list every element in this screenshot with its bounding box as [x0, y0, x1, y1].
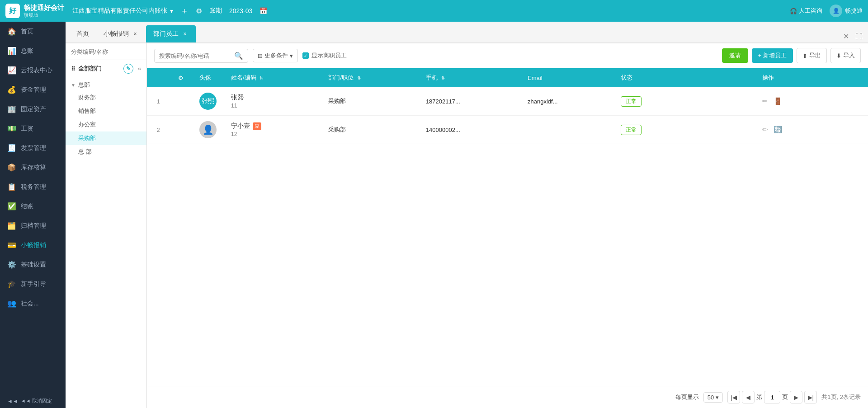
- row-phone-2: 140000002...: [419, 116, 520, 144]
- row-actions-1: ✏ 🚪: [755, 87, 868, 116]
- edit-button-1[interactable]: ✏: [762, 97, 768, 105]
- prev-page-button[interactable]: ◀: [742, 391, 755, 403]
- page-label-ye: 页: [782, 393, 788, 401]
- dept-item-finance[interactable]: 财务部: [66, 91, 146, 104]
- employee-table: ⚙ 头像 姓名/编码 ⇅ 部门/职位 ⇅: [147, 68, 868, 144]
- edit-button-2[interactable]: ✏: [762, 126, 768, 134]
- table-row: 1 张熙 张熙 11 采购部 187202117...: [147, 87, 868, 116]
- header-right: 🎧 人工咨询 👤 畅捷通: [790, 5, 863, 17]
- filter-button[interactable]: ⊟ 更多条件 ▾: [253, 49, 298, 62]
- status-badge-2: 正常: [621, 125, 642, 135]
- export-icon: ⬆: [802, 52, 807, 59]
- sidebar-item-expense[interactable]: 💳 小畅报销: [0, 235, 66, 255]
- sidebar-item-label: 工资: [21, 125, 33, 133]
- sidebar-item-close[interactable]: ✅ 结账: [0, 197, 66, 216]
- action-icons-1: ✏ 🚪: [762, 97, 861, 105]
- sidebar-item-settings[interactable]: ⚙️ 基础设置: [0, 255, 66, 274]
- dept-edit-button[interactable]: ✎: [123, 64, 133, 74]
- sidebar-item-label: 社会...: [21, 300, 39, 308]
- dept-item-purchase[interactable]: 采购部: [66, 131, 146, 145]
- sidebar-item-payroll[interactable]: 💵 工资: [0, 119, 66, 138]
- sidebar-item-label: 首页: [21, 28, 33, 36]
- ledger-icon: 📊: [7, 47, 16, 55]
- disable-button-1[interactable]: 🚪: [774, 97, 782, 105]
- user-area[interactable]: 👤 畅捷通: [830, 5, 863, 17]
- next-page-button[interactable]: ▶: [790, 391, 802, 403]
- import-button[interactable]: ⬇ 导入: [830, 48, 861, 63]
- col-name[interactable]: 姓名/编码 ⇅: [224, 68, 321, 87]
- page-number-input[interactable]: [764, 391, 780, 403]
- sidebar-item-fund[interactable]: 💰 资金管理: [0, 80, 66, 99]
- row-settings-2: [170, 116, 192, 144]
- col-email: Email: [520, 68, 613, 87]
- last-page-button[interactable]: ▶|: [804, 391, 817, 403]
- col-settings[interactable]: ⚙: [170, 68, 192, 87]
- employee-search-input[interactable]: [159, 52, 231, 59]
- sidebar-item-label: 资金管理: [21, 86, 46, 94]
- row-dept-1: 采购部: [321, 87, 418, 116]
- col-phone[interactable]: 手机 ⇅: [419, 68, 520, 87]
- guide-icon: 🎓: [7, 280, 16, 288]
- sidebar-item-ledger[interactable]: 📊 总账: [0, 41, 66, 61]
- sidebar-item-label: 小畅报销: [21, 241, 46, 249]
- sidebar-item-archive[interactable]: 🗂️ 归档管理: [0, 216, 66, 235]
- dept-item-general[interactable]: 总 部: [66, 145, 146, 159]
- settings-icon: ⚙️: [7, 260, 16, 269]
- close-window-button[interactable]: ✕: [841, 30, 851, 42]
- calendar-icon[interactable]: 📅: [259, 7, 267, 14]
- sidebar-item-invoice[interactable]: 🧾 发票管理: [0, 138, 66, 158]
- header-mid: ＋ ⚙ 账期 2023-03 📅: [180, 5, 267, 16]
- payroll-icon: 💵: [7, 124, 16, 133]
- sidebar-item-inventory[interactable]: 📦 库存核算: [0, 158, 66, 177]
- unpin-icon: ◄◄: [7, 398, 18, 404]
- dept-item-sales[interactable]: 销售部: [66, 104, 146, 118]
- left-panel: 🔍 ⠿ 全部部门 ✎ « ▼ 总部 财务部 销售部: [66, 43, 147, 408]
- tab-employees-close[interactable]: ×: [181, 30, 189, 38]
- expense-icon: 💳: [7, 241, 16, 249]
- maximize-window-button[interactable]: ⛶: [854, 31, 864, 42]
- sidebar-item-label: 固定资产: [21, 105, 46, 113]
- page-size-select[interactable]: 50 ▾: [703, 392, 723, 403]
- sidebar-item-label: 税务管理: [21, 183, 46, 191]
- yun-badge: 应: [253, 122, 261, 130]
- dept-search-input[interactable]: [71, 48, 147, 55]
- dept-group-label-head[interactable]: ▼ 总部: [66, 79, 146, 91]
- tab-expense-close[interactable]: ×: [132, 30, 139, 38]
- unpin-button[interactable]: ◄◄ ◄◄ 取消固定: [0, 394, 66, 408]
- first-page-button[interactable]: |◀: [727, 391, 740, 403]
- total-label: 共1页, 2条记录: [821, 393, 861, 401]
- sidebar-item-guide[interactable]: 🎓 新手引导: [0, 274, 66, 294]
- dept-collapse-icon[interactable]: «: [138, 66, 141, 72]
- invite-button[interactable]: 邀请: [722, 48, 748, 63]
- row-index-1: 1: [147, 87, 170, 116]
- show-resign-toggle[interactable]: ✓ 显示离职员工: [302, 52, 347, 60]
- gear-icon[interactable]: ⚙: [196, 7, 202, 15]
- dept-item-office[interactable]: 办公室: [66, 118, 146, 131]
- col-dept[interactable]: 部门/职位 ⇅: [321, 68, 418, 87]
- add-employee-button[interactable]: + 新增员工: [752, 48, 793, 63]
- assets-icon: 🏢: [7, 105, 16, 113]
- export-button[interactable]: ⬆ 导出: [797, 48, 827, 63]
- delete-button-2[interactable]: 🔄: [774, 126, 782, 134]
- row-email-1: zhangxidf...: [520, 87, 613, 116]
- sidebar: 🏠 首页 📊 总账 📈 云报表中心 💰 资金管理 🏢 固定资产 💵 工资 🧾 发…: [0, 22, 66, 408]
- all-dept-header[interactable]: ⠿ 全部部门 ✎ «: [66, 60, 146, 77]
- tab-employees[interactable]: 部门员工 ×: [146, 25, 196, 42]
- employee-search-bar: 🔍: [154, 49, 248, 63]
- sidebar-item-tax[interactable]: 📋 税务管理: [0, 177, 66, 197]
- sidebar-item-reports[interactable]: 📈 云报表中心: [0, 61, 66, 80]
- sidebar-item-home[interactable]: 🏠 首页: [0, 22, 66, 41]
- inner-content: 🔍 ⠿ 全部部门 ✎ « ▼ 总部 财务部 销售部: [66, 43, 868, 408]
- page-size-value: 50: [708, 394, 714, 401]
- tab-home[interactable]: 首页: [69, 25, 96, 42]
- table-row: 2 👤 宁小壹 应: [147, 116, 868, 144]
- page-size-arrow: ▾: [716, 394, 719, 401]
- service-button[interactable]: 🎧 人工咨询: [790, 7, 822, 15]
- tab-employees-label: 部门员工: [153, 30, 179, 38]
- logo-area: 好 畅捷通好会计 旗舰版: [5, 4, 69, 19]
- add-button[interactable]: ＋: [180, 5, 189, 16]
- sidebar-item-social[interactable]: 👥 社会...: [0, 294, 66, 313]
- sidebar-item-assets[interactable]: 🏢 固定资产: [0, 99, 66, 119]
- tab-expense[interactable]: 小畅报销 ×: [96, 25, 146, 42]
- company-selector[interactable]: 江西服宝精品有限责任公司内账张 ▾: [72, 7, 173, 15]
